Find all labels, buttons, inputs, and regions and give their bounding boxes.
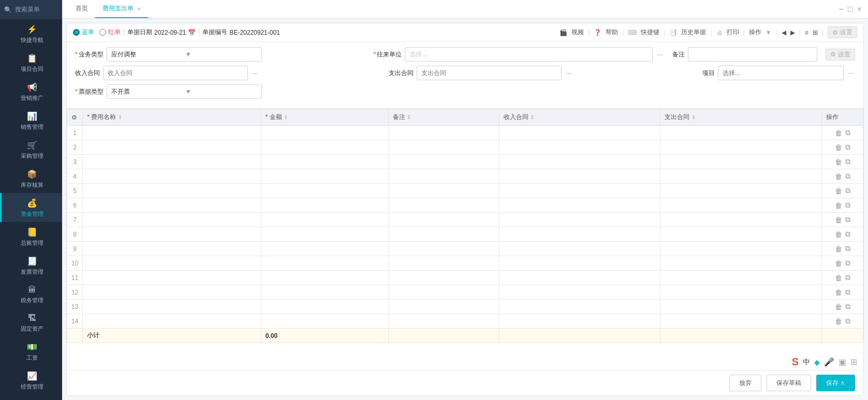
cell-remark-13[interactable]: [389, 300, 499, 314]
sidebar-item-marketing[interactable]: 📢 营销推广: [0, 77, 62, 106]
cell-expense-contract-7[interactable]: [660, 213, 822, 227]
nav-prev-btn[interactable]: ◀: [782, 29, 786, 36]
sidebar-item-tax-mgmt[interactable]: 🏛 税务管理: [0, 280, 62, 308]
income-contract-dots[interactable]: ···: [251, 69, 259, 77]
cell-expense-name-2[interactable]: [83, 140, 261, 155]
th-remark[interactable]: 备注 ⇕: [389, 109, 499, 126]
cell-income-contract-4[interactable]: [499, 169, 660, 184]
project-dots[interactable]: ···: [847, 69, 855, 77]
row-copy-12[interactable]: ⧉: [845, 288, 850, 297]
toolbar-history-btn[interactable]: 历史单据: [681, 28, 706, 37]
sidebar-item-project-contract[interactable]: 📋 项目合同: [0, 48, 62, 77]
cell-remark-7[interactable]: [389, 213, 499, 227]
cell-expense-name-7[interactable]: [83, 213, 261, 227]
toolbar-print-btn[interactable]: 打印: [727, 28, 739, 37]
cell-income-contract-6[interactable]: [499, 198, 660, 213]
settings-button[interactable]: ⚙ 设置: [828, 26, 857, 38]
cell-expense-contract-8[interactable]: [660, 227, 822, 242]
row-copy-11[interactable]: ⧉: [845, 273, 850, 282]
row-delete-11[interactable]: 🗑: [835, 274, 842, 282]
cell-remark-5[interactable]: [389, 184, 499, 198]
save-button[interactable]: 保存 ∧: [816, 375, 855, 391]
sidebar-item-invoice-mgmt[interactable]: 🧾 发票管理: [0, 251, 62, 280]
cell-amount-9[interactable]: [261, 242, 388, 256]
toolbar-help-btn[interactable]: 帮助: [606, 28, 618, 37]
cell-amount-5[interactable]: [261, 184, 388, 198]
income-contract-input[interactable]: [103, 66, 248, 80]
sidebar-item-inventory-check[interactable]: 📦 库存核算: [0, 164, 62, 193]
partner-dots[interactable]: ···: [656, 50, 664, 58]
row-delete-2[interactable]: 🗑: [835, 143, 842, 152]
remark-input[interactable]: [688, 47, 817, 62]
project-input[interactable]: [718, 66, 844, 80]
row-delete-12[interactable]: 🗑: [835, 288, 842, 297]
cell-expense-contract-9[interactable]: [660, 242, 822, 256]
row-delete-10[interactable]: 🗑: [835, 259, 842, 268]
cell-amount-7[interactable]: [261, 213, 388, 227]
brand-table[interactable]: ▣: [838, 357, 846, 367]
cell-income-contract-12[interactable]: [499, 285, 660, 300]
row-delete-13[interactable]: 🗑: [835, 303, 842, 311]
row-copy-6[interactable]: ⧉: [845, 201, 850, 210]
save-draft-button[interactable]: 保存草稿: [767, 375, 811, 391]
cell-remark-11[interactable]: [389, 271, 499, 285]
row-copy-5[interactable]: ⧉: [845, 186, 850, 195]
th-income-contract[interactable]: 收入合同 ⇕: [499, 109, 660, 126]
row-copy-7[interactable]: ⧉: [845, 215, 850, 224]
cell-remark-12[interactable]: [389, 285, 499, 300]
row-delete-6[interactable]: 🗑: [835, 201, 842, 210]
cell-expense-contract-10[interactable]: [660, 256, 822, 271]
tab-expense-bill[interactable]: 费用支出单 ×: [95, 0, 148, 18]
toolbar-shortcut-btn[interactable]: 快捷键: [641, 28, 659, 37]
row-delete-3[interactable]: 🗑: [835, 158, 842, 166]
row-copy-4[interactable]: ⧉: [845, 172, 850, 181]
cell-remark-14[interactable]: [389, 314, 499, 329]
cell-expense-name-3[interactable]: [83, 155, 261, 169]
cell-expense-name-12[interactable]: [83, 285, 261, 300]
view-grid-btn[interactable]: ⊞: [813, 29, 818, 36]
cell-remark-3[interactable]: [389, 155, 499, 169]
cell-income-contract-7[interactable]: [499, 213, 660, 227]
view-list-btn[interactable]: ≡: [805, 29, 808, 36]
cell-expense-contract-12[interactable]: [660, 285, 822, 300]
cell-remark-4[interactable]: [389, 169, 499, 184]
cell-income-contract-5[interactable]: [499, 184, 660, 198]
cell-expense-contract-13[interactable]: [660, 300, 822, 314]
row-copy-14[interactable]: ⧉: [845, 317, 850, 325]
cell-expense-name-8[interactable]: [83, 227, 261, 242]
row-copy-1[interactable]: ⧉: [845, 128, 850, 137]
row-copy-10[interactable]: ⧉: [845, 259, 850, 268]
tab-close-expense-bill[interactable]: ×: [138, 6, 141, 12]
cell-expense-contract-14[interactable]: [660, 314, 822, 329]
expense-contract-dots[interactable]: ···: [565, 69, 573, 77]
invoice-type-select[interactable]: 不开票 ▼: [107, 84, 262, 99]
cell-amount-11[interactable]: [261, 271, 388, 285]
sidebar-item-salary[interactable]: 💵 工资: [0, 337, 62, 366]
cell-income-contract-1[interactable]: [499, 126, 660, 140]
cell-amount-4[interactable]: [261, 169, 388, 184]
th-gear[interactable]: ⚙: [67, 109, 83, 126]
cell-amount-2[interactable]: [261, 140, 388, 155]
row-copy-2[interactable]: ⧉: [845, 143, 850, 152]
row-delete-9[interactable]: 🗑: [835, 245, 842, 253]
row-copy-9[interactable]: ⧉: [845, 244, 850, 253]
cell-income-contract-3[interactable]: [499, 155, 660, 169]
biz-type-select[interactable]: 应付调整 ▼: [107, 47, 262, 62]
sidebar-item-basic-info[interactable]: ℹ 基础信息: [0, 395, 62, 400]
minimize-btn[interactable]: −: [839, 5, 844, 14]
cell-amount-14[interactable]: [261, 314, 388, 329]
cell-income-contract-11[interactable]: [499, 271, 660, 285]
cell-amount-1[interactable]: [261, 126, 388, 140]
sidebar-search[interactable]: 🔍 搜索菜单: [0, 0, 62, 19]
cell-remark-6[interactable]: [389, 198, 499, 213]
cell-expense-name-13[interactable]: [83, 300, 261, 314]
row-copy-8[interactable]: ⧉: [845, 230, 850, 239]
th-amount[interactable]: * 金额 ⇕: [261, 109, 388, 126]
cell-expense-name-14[interactable]: [83, 314, 261, 329]
sidebar-item-purchase-mgmt[interactable]: 🛒 采购管理: [0, 135, 62, 164]
cell-income-contract-9[interactable]: [499, 242, 660, 256]
cell-expense-contract-4[interactable]: [660, 169, 822, 184]
th-expense-name[interactable]: * 费用名称 ⇕: [83, 109, 261, 126]
cell-remark-10[interactable]: [389, 256, 499, 271]
form-settings-button[interactable]: ⚙ 设置: [826, 49, 855, 61]
